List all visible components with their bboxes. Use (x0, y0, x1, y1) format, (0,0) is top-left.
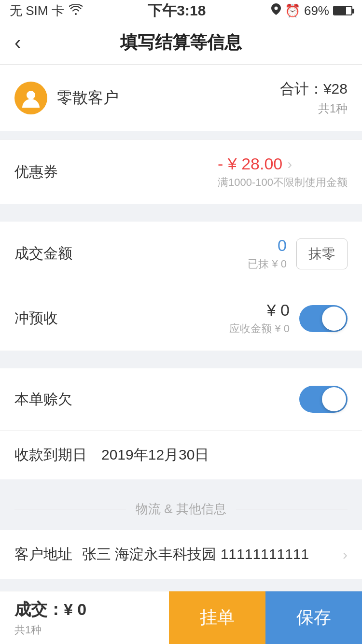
content: 零散客户 合计：¥28 共1种 优惠券 - ¥ 28.00 › 满1000-10… (0, 65, 362, 644)
address-chevron-icon: › (343, 546, 348, 563)
transaction-value-wrap: 0 已抹 ¥ 0 (248, 236, 287, 271)
customer-count: 共1种 (280, 101, 348, 116)
coupon-desc: 满1000-100不限制使用金额 (218, 175, 348, 190)
address-section: 客户地址 张三 海淀永丰科技园 11111111111 › (0, 530, 362, 579)
prepayment-label: 冲预收 (14, 308, 58, 328)
address-label: 客户地址 (14, 545, 72, 564)
address-row[interactable]: 客户地址 张三 海淀永丰科技园 11111111111 › (0, 530, 362, 579)
status-bar: 无 SIM 卡 下午3:18 ⏰ 69% (0, 0, 362, 21)
customer-name: 零散客户 (57, 87, 119, 109)
status-right: ⏰ 69% (271, 3, 352, 18)
sim-label: 无 SIM 卡 (10, 2, 64, 19)
logistics-label: 物流 & 其他信息 (126, 501, 236, 518)
logistics-line-right (236, 509, 348, 509)
coupon-section: 优惠券 - ¥ 28.00 › 满1000-100不限制使用金额 (0, 140, 362, 204)
transaction-row: 成交金额 0 已抹 ¥ 0 抹零 (0, 222, 362, 286)
coupon-label: 优惠券 (14, 162, 58, 182)
status-left: 无 SIM 卡 (10, 2, 83, 19)
toggle-knob (322, 307, 346, 331)
section-divider-1 (0, 213, 362, 222)
prepayment-right: ¥ 0 应收金额 ¥ 0 (229, 301, 348, 336)
bottom-bar: 成交：¥ 0 共1种 挂单 保存 (0, 591, 362, 644)
customer-row: 零散客户 合计：¥28 共1种 (0, 65, 362, 131)
bottom-summary-value: ¥ 0 (64, 600, 86, 618)
debt-row: 本单赊欠 (0, 368, 362, 430)
customer-avatar (14, 82, 47, 114)
customer-left: 零散客户 (14, 82, 119, 114)
debt-toggle[interactable] (299, 386, 348, 413)
back-button[interactable]: ‹ (14, 32, 21, 54)
transaction-section: 成交金额 0 已抹 ¥ 0 抹零 冲预收 ¥ 0 应收金额 ¥ 0 (0, 222, 362, 351)
bottom-summary: 成交：¥ 0 共1种 (0, 599, 169, 637)
transaction-value: 0 (248, 236, 287, 255)
save-button[interactable]: 保存 (265, 591, 362, 644)
coupon-right: - ¥ 28.00 › 满1000-100不限制使用金额 (218, 154, 348, 190)
hold-button[interactable]: 挂单 (169, 591, 265, 644)
transaction-label: 成交金额 (14, 244, 72, 264)
location-icon (271, 3, 281, 18)
due-date-value: 2019年12月30日 (101, 445, 209, 465)
logistics-divider: 物流 & 其他信息 (0, 488, 362, 530)
prepayment-toggle[interactable] (299, 305, 348, 332)
coupon-amount: - ¥ 28.00 (218, 154, 282, 173)
wifi-icon (69, 3, 83, 18)
bottom-summary-count: 共1种 (14, 623, 154, 637)
due-date-label: 收款到期日 (14, 445, 87, 465)
battery-percent: 69% (304, 3, 329, 18)
customer-total: 合计：¥28 (280, 79, 348, 99)
svg-point-0 (27, 91, 35, 99)
debt-label: 本单赊欠 (14, 390, 72, 409)
transaction-sub: 已抹 ¥ 0 (248, 257, 287, 271)
bottom-summary-top: 成交：¥ 0 (14, 599, 154, 621)
prepayment-value: ¥ 0 (229, 301, 290, 320)
debt-toggle-knob (322, 387, 346, 411)
nav-bar: ‹ 填写结算等信息 (0, 21, 362, 65)
customer-section: 零散客户 合计：¥28 共1种 (0, 65, 362, 131)
bottom-summary-label: 成交： (14, 600, 64, 618)
customer-right: 合计：¥28 共1种 (280, 79, 348, 116)
section-divider-2 (0, 360, 362, 368)
address-value: 张三 海淀永丰科技园 11111111111 (72, 545, 343, 564)
prepayment-row: 冲预收 ¥ 0 应收金额 ¥ 0 (0, 286, 362, 351)
round-zero-button[interactable]: 抹零 (296, 238, 348, 269)
transaction-right: 0 已抹 ¥ 0 抹零 (248, 236, 348, 271)
battery-icon (333, 6, 352, 15)
coupon-row[interactable]: 优惠券 - ¥ 28.00 › 满1000-100不限制使用金额 (0, 140, 362, 204)
alarm-icon: ⏰ (285, 3, 300, 18)
page-title: 填写结算等信息 (120, 31, 242, 55)
debt-section: 本单赊欠 收款到期日 2019年12月30日 (0, 368, 362, 479)
status-time: 下午3:18 (148, 1, 206, 21)
prepayment-sub: 应收金额 ¥ 0 (229, 322, 290, 336)
logistics-line-left (14, 509, 126, 509)
date-row: 收款到期日 2019年12月30日 (0, 430, 362, 479)
coupon-chevron-icon: › (287, 156, 292, 172)
prepayment-value-wrap: ¥ 0 应收金额 ¥ 0 (229, 301, 290, 336)
